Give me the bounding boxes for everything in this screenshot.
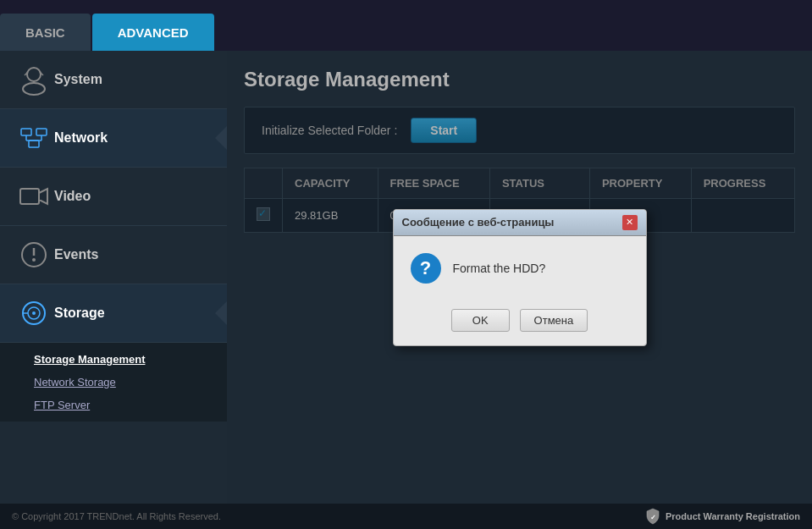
svg-rect-4 — [21, 129, 31, 135]
sidebar-sub-storage-management[interactable]: Storage Management — [25, 348, 227, 371]
dialog: Сообщение с веб-страницы ✕ ? Format the … — [393, 209, 647, 346]
svg-marker-12 — [39, 189, 47, 204]
sidebar-item-video[interactable]: Video — [0, 168, 227, 226]
dialog-cancel-button[interactable]: Отмена — [520, 309, 588, 332]
question-icon: ? — [411, 253, 441, 284]
svg-text:✓: ✓ — [649, 514, 655, 521]
svg-point-1 — [23, 83, 45, 95]
footer-copyright: © Copyright 2017 TRENDnet. All Rights Re… — [12, 511, 221, 521]
svg-rect-11 — [20, 189, 39, 204]
header: BASIC ADVANCED — [0, 0, 812, 51]
svg-point-0 — [27, 68, 41, 81]
sidebar-item-events[interactable]: Events — [0, 226, 227, 284]
sidebar-item-events-label: Events — [54, 247, 98, 262]
sidebar-item-storage[interactable]: Storage — [0, 284, 227, 343]
svg-point-18 — [32, 311, 36, 315]
sidebar-item-system[interactable]: System — [0, 51, 227, 109]
tab-basic[interactable]: BASIC — [0, 14, 91, 51]
sidebar: System Network — [0, 51, 227, 504]
dialog-close-button[interactable]: ✕ — [622, 215, 638, 230]
svg-rect-5 — [36, 129, 47, 135]
dialog-overlay: Сообщение с веб-страницы ✕ ? Format the … — [227, 51, 812, 504]
dialog-message: Format the HDD? — [453, 262, 546, 275]
sidebar-item-network-label: Network — [54, 130, 108, 146]
svg-rect-6 — [29, 141, 39, 147]
sidebar-item-network[interactable]: Network — [0, 109, 227, 168]
dialog-body: ? Format the HDD? — [394, 236, 646, 300]
footer: © Copyright 2017 TRENDnet. All Rights Re… — [0, 504, 812, 529]
video-icon — [14, 178, 54, 215]
main-layout: System Network — [0, 51, 812, 504]
sidebar-sub-ftp-server[interactable]: FTP Server — [25, 394, 227, 416]
dialog-titlebar: Сообщение с веб-страницы ✕ — [394, 210, 646, 236]
sidebar-item-system-label: System — [54, 72, 102, 87]
content-area: Storage Management Initialize Selected F… — [227, 51, 812, 504]
sidebar-item-storage-label: Storage — [54, 306, 105, 321]
system-icon — [14, 61, 54, 98]
dialog-ok-button[interactable]: OK — [451, 309, 510, 332]
shield-icon: ✓ — [645, 508, 660, 525]
dialog-title: Сообщение с веб-страницы — [402, 216, 555, 229]
sidebar-sub-menu: Storage Management Network Storage FTP S… — [0, 343, 227, 422]
storage-icon — [14, 295, 54, 332]
events-icon — [14, 236, 54, 273]
footer-warranty[interactable]: ✓ Product Warranty Registration — [645, 508, 800, 525]
warranty-label: Product Warranty Registration — [666, 511, 800, 521]
svg-point-15 — [32, 258, 36, 262]
network-icon — [14, 119, 54, 157]
dialog-buttons: OK Отмена — [394, 300, 646, 345]
sidebar-item-video-label: Video — [54, 189, 91, 204]
tab-advanced[interactable]: ADVANCED — [92, 14, 214, 51]
sidebar-sub-network-storage[interactable]: Network Storage — [25, 371, 227, 394]
